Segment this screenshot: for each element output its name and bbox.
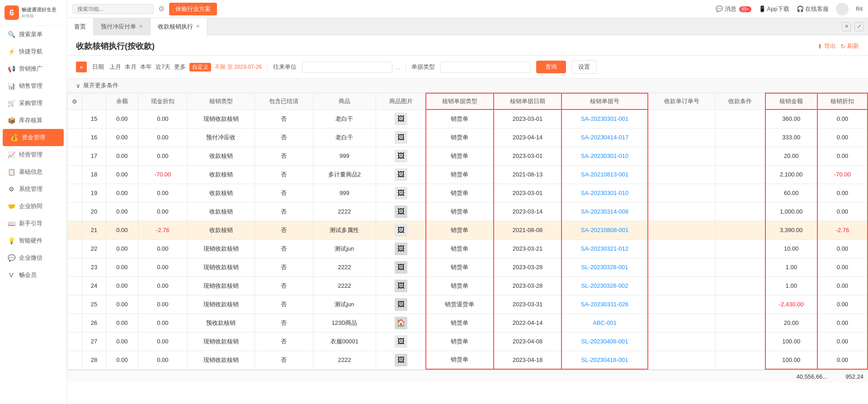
cell-bill-no[interactable]: ABC-001 (561, 314, 648, 332)
industry-button[interactable]: 休验行业方案 (169, 3, 217, 15)
cell-settings[interactable] (67, 202, 82, 221)
cell-bill-no[interactable]: SL-20230418-001 (561, 351, 648, 369)
cell-bill-no[interactable]: SA-20230414-017 (561, 128, 648, 147)
bill-no-link[interactable]: SL-20230328-001 (581, 264, 628, 271)
sidebar-item-7[interactable]: 📈经营管理 (0, 146, 66, 163)
cell-receipt-condition (715, 332, 765, 351)
counterpart-input[interactable] (302, 62, 392, 73)
maximize-window-btn[interactable]: ⤢ (854, 22, 863, 31)
sidebar-label-3: 销售管理 (19, 82, 42, 90)
cell-settings[interactable] (67, 128, 82, 147)
voucher-type-select[interactable] (440, 62, 531, 73)
sidebar-item-1[interactable]: ⚡快捷导航 (0, 43, 66, 60)
cell-bill-no[interactable]: SL-20230408-001 (561, 332, 648, 351)
filter-divider-1 (267, 62, 268, 71)
sidebar-item-0[interactable]: 🔍搜索菜单 (0, 26, 66, 43)
refresh-button[interactable]: ↻ 刷新 (840, 42, 859, 50)
custom-date-btn[interactable]: 自定义 (189, 63, 211, 71)
cell-bill-no[interactable]: SA-20230331-026 (561, 295, 648, 314)
sidebar-item-11[interactable]: 📖新手引导 (0, 215, 66, 232)
cell-settings[interactable] (67, 221, 82, 239)
cell-settings[interactable] (67, 332, 82, 351)
cell-cash-discount: 0.00 (138, 184, 187, 202)
sidebar-item-9[interactable]: ⚙系统管理 (0, 181, 66, 198)
bill-no-link[interactable]: SA-20230321-012 (581, 245, 629, 252)
cell-bill-no[interactable]: SA-20210813-001 (561, 165, 648, 184)
cell-bill-no[interactable]: SA-20230314-008 (561, 202, 648, 221)
bill-no-link[interactable]: SA-20210808-001 (581, 227, 629, 233)
product-image-thumb: 🏠 (395, 317, 407, 329)
app-download[interactable]: 📱 App下载 (759, 5, 789, 13)
last-7-days-link[interactable]: 近7天 (156, 63, 170, 71)
bill-no-link[interactable]: SL-20230418-001 (581, 356, 628, 363)
tab-writeoff[interactable]: 收款核销执行 ✕ (151, 18, 208, 35)
cell-bill-type: 销货单 (426, 128, 494, 147)
sidebar-item-13[interactable]: 💬企业微信 (0, 249, 66, 266)
close-window-btn[interactable]: ✕ (842, 22, 851, 31)
cell-settings[interactable] (67, 258, 82, 276)
footer-writeoff-discount: 952.24 (845, 373, 863, 380)
bill-no-link[interactable]: ABC-001 (593, 319, 617, 326)
cell-receipt-order-no (648, 147, 715, 165)
cell-settings[interactable] (67, 147, 82, 165)
cell-bill-no[interactable]: SA-20230301-001 (561, 109, 648, 128)
cell-settings[interactable] (67, 351, 82, 369)
sidebar-item-4[interactable]: 🛒采购管理 (0, 95, 66, 112)
this-month-link[interactable]: 本月 (125, 63, 137, 71)
tab-home[interactable]: 首页 (67, 18, 94, 35)
cell-bill-no[interactable]: SA-20230301-010 (561, 184, 648, 202)
cell-bill-no[interactable]: SA-20230301-010 (561, 147, 648, 165)
export-button[interactable]: ⬆ 导出 (817, 42, 836, 50)
sidebar-item-12[interactable]: 💡智能硬件 (0, 232, 66, 249)
last-month-link[interactable]: 上月 (109, 63, 121, 71)
cell-writeoff-amount: 100.00 (765, 351, 817, 369)
cell-bill-no[interactable]: SL-20230328-002 (561, 276, 648, 295)
counterpart-dots[interactable]: ... (395, 64, 400, 71)
online-service[interactable]: 🎧 在线客服 (797, 5, 829, 13)
cell-bill-no[interactable]: SA-20210808-001 (561, 221, 648, 239)
cell-settings[interactable] (67, 314, 82, 332)
expand-more-bar[interactable]: ∨ 展开更多条件 (67, 79, 868, 93)
notifications[interactable]: 💬 消息 99+ (716, 5, 751, 13)
settings-button[interactable]: 设置 (571, 60, 597, 74)
query-button[interactable]: 查询 (536, 61, 566, 73)
sidebar-item-2[interactable]: 📢营销推广 (0, 60, 66, 77)
cell-settings[interactable] (67, 109, 82, 128)
bill-no-link[interactable]: SL-20230328-002 (581, 282, 628, 289)
cell-settings[interactable] (67, 165, 82, 184)
sidebar-icon-10: 🤝 (7, 202, 15, 210)
cell-settings[interactable] (67, 239, 82, 258)
sidebar-item-8[interactable]: 📋基础信息 (0, 163, 66, 181)
cell-settings[interactable] (67, 276, 82, 295)
bill-no-link[interactable]: SA-20230314-008 (581, 208, 629, 215)
cell-settings[interactable] (67, 295, 82, 314)
cell-bill-type: 销货单 (426, 147, 494, 165)
more-date-link[interactable]: 更多 (174, 63, 186, 71)
bill-no-link[interactable]: SA-20230301-010 (581, 152, 629, 159)
tab-prepay[interactable]: 预付冲应付单 ✕ (94, 18, 151, 35)
cell-bill-date: 2023-03-28 (494, 258, 561, 276)
gear-icon[interactable]: ⚙ (158, 5, 165, 13)
sidebar-item-6[interactable]: 💰资金管理 (3, 129, 64, 146)
th-settings[interactable]: ⚙ (67, 93, 82, 109)
bill-no-link[interactable]: SA-20230301-010 (581, 190, 629, 196)
bill-no-link[interactable]: SA-20230414-017 (581, 134, 629, 141)
bill-no-link[interactable]: SA-20230301-001 (581, 115, 629, 122)
cell-bill-date: 2023-03-21 (494, 239, 561, 258)
bill-no-link[interactable]: SA-20230331-026 (581, 301, 629, 308)
bill-no-link[interactable]: SA-20210813-001 (581, 171, 629, 178)
this-year-link[interactable]: 本年 (140, 63, 152, 71)
tab-close-writeoff[interactable]: ✕ (196, 24, 200, 29)
sidebar-item-3[interactable]: 📊销售管理 (0, 77, 66, 95)
cell-bill-no[interactable]: SA-20230321-012 (561, 239, 648, 258)
sidebar-item-14[interactable]: V畅会员 (0, 266, 66, 284)
sidebar-item-5[interactable]: 📦库存核算 (0, 112, 66, 129)
bill-no-link[interactable]: SL-20230408-001 (581, 338, 628, 345)
filter-expand-button[interactable]: » (76, 62, 87, 72)
search-input[interactable] (72, 4, 154, 14)
cell-bill-no[interactable]: SL-20230328-001 (561, 258, 648, 276)
cell-settings[interactable] (67, 184, 82, 202)
sidebar-item-10[interactable]: 🤝企业协同 (0, 198, 66, 215)
tab-close-prepay[interactable]: ✕ (139, 24, 143, 29)
cell-cash-discount: -70.00 (138, 165, 187, 184)
